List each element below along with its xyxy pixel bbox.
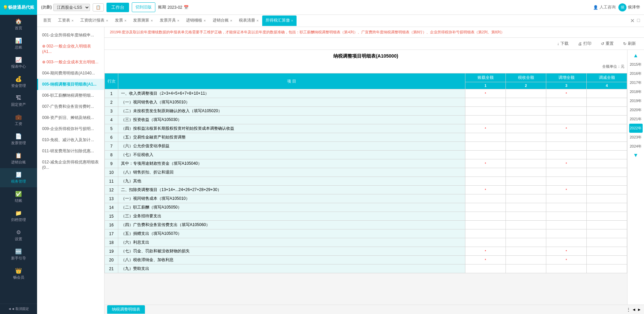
tabs-close-all[interactable]: ✕	[629, 18, 636, 24]
row-col-3[interactable]	[546, 221, 587, 229]
left-panel-item-007[interactable]: 007-广告费和业务宣传费时...	[37, 101, 104, 112]
tab-item-8[interactable]: 税表清册 ×	[236, 15, 262, 26]
row-col-1[interactable]	[465, 264, 506, 273]
row-col-3[interactable]: *	[546, 124, 587, 133]
row-col-3[interactable]	[546, 238, 587, 247]
row-col-2[interactable]	[506, 229, 546, 238]
sidebar-item-fixed-assets[interactable]: 🏗固定资产	[0, 92, 37, 111]
sidebar-item-new-guide[interactable]: 🆕新手引导	[0, 245, 37, 264]
tab-close-3[interactable]: ×	[124, 19, 126, 23]
tab-close-5[interactable]: ×	[177, 19, 179, 23]
company-dropdown[interactable]: 江西股金-LSS	[53, 4, 90, 11]
workbench-button[interactable]: 工作台	[106, 3, 129, 12]
row-col-3[interactable]	[546, 212, 587, 221]
left-panel-item-008[interactable]: 008-资产折旧、摊销及纳税...	[37, 112, 104, 123]
year-item[interactable]: 2019年	[629, 96, 643, 105]
row-col-4[interactable]	[587, 124, 627, 133]
row-col-2[interactable]	[506, 159, 546, 168]
row-col-1[interactable]	[465, 168, 506, 177]
left-panel-item-006[interactable]: 006-职工薪酬纳税调整明细...	[37, 90, 104, 101]
left-panel-item-012[interactable]: 012-减免企业所得税优惠明细表(0...	[37, 157, 104, 172]
sidebar-item-asset-mgmt[interactable]: 💰资金管理	[0, 72, 37, 92]
row-col-4[interactable]	[587, 186, 627, 194]
tab-item-9[interactable]: 所得税汇算缴 ×	[262, 15, 297, 26]
row-col-3[interactable]	[546, 168, 587, 177]
year-item[interactable]: 2023年	[629, 133, 643, 142]
table-scroll-area[interactable]: 纳税调整项目明细表(A105000)全额单位：元行次项 目账载全额税收全额调增全…	[104, 50, 627, 305]
row-col-4[interactable]	[587, 247, 627, 256]
left-panel-item-002[interactable]: ⊗002-一般企业收入明细表(A1...	[37, 41, 104, 57]
row-col-2[interactable]	[506, 124, 546, 133]
year-item[interactable]: 2024年	[629, 142, 643, 151]
row-col-3[interactable]: *	[546, 186, 587, 194]
row-col-1[interactable]	[465, 221, 506, 229]
tab-close-1[interactable]: ×	[71, 19, 73, 23]
calendar-icon[interactable]: 📅	[184, 5, 189, 10]
row-col-3[interactable]	[546, 116, 587, 124]
row-col-3[interactable]	[546, 194, 587, 203]
user-menu[interactable]: 侯 侯泽华	[618, 3, 640, 11]
tab-item-2[interactable]: 工资统计报表 ×	[77, 15, 111, 26]
scroll-right-icon[interactable]: ►	[637, 307, 641, 312]
row-col-1[interactable]	[465, 98, 506, 107]
row-col-2[interactable]	[506, 238, 546, 247]
tab-item-3[interactable]: 发票 ×	[112, 15, 130, 26]
tab-close-6[interactable]: ×	[204, 19, 206, 23]
left-panel-item-005[interactable]: 005-纳税调整项目明细表(A1...	[37, 79, 104, 90]
row-col-2[interactable]	[506, 98, 546, 107]
row-col-1[interactable]: *	[465, 124, 506, 133]
row-col-2[interactable]	[506, 142, 546, 151]
sidebar-item-member[interactable]: 👑畅会员	[0, 264, 37, 283]
tab-item-7[interactable]: 进销台账 ×	[209, 15, 236, 26]
row-col-3[interactable]	[546, 264, 587, 273]
old-version-button[interactable]: 切到旧版	[132, 2, 155, 12]
row-col-4[interactable]	[587, 221, 627, 229]
row-col-2[interactable]	[506, 186, 546, 194]
row-col-1[interactable]	[465, 229, 506, 238]
row-col-1[interactable]: *	[465, 89, 506, 98]
row-col-4[interactable]	[587, 151, 627, 159]
year-item[interactable]: 2022年	[629, 124, 643, 133]
sidebar-item-tax-mgmt[interactable]: 🧾税务管理	[0, 168, 37, 187]
row-col-4[interactable]	[587, 116, 627, 124]
download-button[interactable]: ↓ 下载	[554, 40, 571, 48]
tab-item-4[interactable]: 发票测算 ×	[130, 15, 156, 26]
row-col-1[interactable]	[465, 212, 506, 221]
row-col-1[interactable]	[465, 203, 506, 212]
row-col-2[interactable]	[506, 89, 546, 98]
sidebar-item-settlement[interactable]: ✅结账	[0, 187, 37, 207]
row-col-4[interactable]	[587, 256, 627, 264]
row-col-3[interactable]: *	[546, 256, 587, 264]
row-col-4[interactable]	[587, 159, 627, 168]
row-col-1[interactable]: *	[465, 256, 506, 264]
tab-item-6[interactable]: 进销稽核 ×	[183, 15, 209, 26]
year-item[interactable]: 2021年	[629, 115, 643, 124]
sidebar-item-salary[interactable]: 💼工资	[0, 111, 37, 130]
row-col-4[interactable]	[587, 229, 627, 238]
row-col-3[interactable]	[546, 142, 587, 151]
tab-close-7[interactable]: ×	[230, 19, 232, 23]
row-col-2[interactable]	[506, 212, 546, 221]
tab-close-9[interactable]: ×	[291, 19, 293, 23]
sidebar-item-archive-mgmt[interactable]: 📁归档管理	[0, 207, 37, 226]
row-col-1[interactable]	[465, 133, 506, 142]
row-col-1[interactable]	[465, 238, 506, 247]
row-col-3[interactable]	[546, 133, 587, 142]
year-up-nav[interactable]: ▲	[632, 51, 640, 60]
row-col-1[interactable]	[465, 107, 506, 116]
row-col-3[interactable]	[546, 177, 587, 186]
year-down-nav[interactable]: ▼	[632, 151, 640, 160]
sidebar-item-settings[interactable]: ⚙设置	[0, 226, 37, 245]
row-col-2[interactable]	[506, 247, 546, 256]
year-item[interactable]: 2020年	[629, 105, 643, 115]
row-col-4[interactable]	[587, 264, 627, 273]
sidebar-item-invoice-mgmt[interactable]: 📄发票管理	[0, 130, 37, 149]
row-col-4[interactable]	[587, 177, 627, 186]
row-col-2[interactable]	[506, 203, 546, 212]
row-col-4[interactable]	[587, 133, 627, 142]
row-col-4[interactable]	[587, 142, 627, 151]
row-col-1[interactable]	[465, 142, 506, 151]
left-panel-item-003[interactable]: ⊗003-一般企业成本支出明细...	[37, 57, 104, 68]
row-col-1[interactable]: *	[465, 186, 506, 194]
row-col-2[interactable]	[506, 264, 546, 273]
